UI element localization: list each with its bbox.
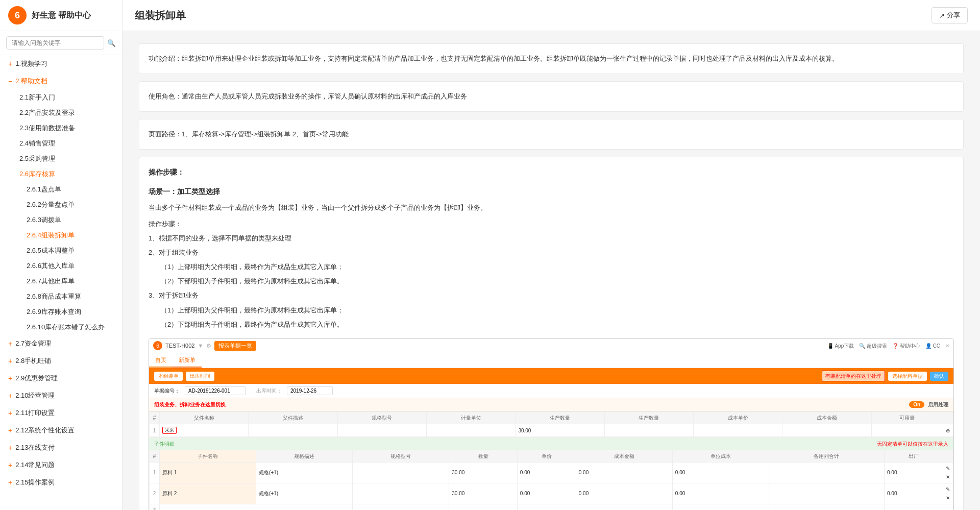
sc-on-badge: On [909, 401, 924, 408]
sc-topbar-id: TEST-H002 [165, 341, 194, 351]
sc-field-label-2: 出库时间： [256, 386, 282, 395]
sc-tab-home[interactable]: 自页 [149, 353, 173, 368]
sc-lcell-backup3 [769, 504, 884, 510]
sc-cell-spec [337, 424, 426, 436]
step2-1: （1）上部明细为父件明细，最终作为产成品生成其它入库单； [149, 261, 954, 273]
table-row: 2 原料 2 规格(+1) 30.00 0.00 0.00 0.00 0.00 [150, 483, 953, 504]
search-input[interactable] [6, 36, 104, 50]
sc-lth-spec: 规格型号 [353, 450, 449, 462]
sc-lth-spec-desc: 规格描述 [256, 450, 353, 462]
sc-btn-confirm[interactable]: 确认 [930, 372, 948, 381]
sc-lower-table: # 子件名称 规格描述 规格型号 数量 单价 成本金额 单位成本 备用列合计 出… [149, 450, 953, 510]
sidebar-item-2-14[interactable]: + 2.14常见问题 [0, 456, 122, 474]
sc-close-icon[interactable]: ✕ [945, 342, 949, 350]
share-button[interactable]: ↗ 分享 [932, 7, 968, 23]
ops-block: 操作步骤： 场景一：加工类型选择 当由多个子件材料组装成一个成品的业务为【组装】… [139, 157, 964, 510]
step3-2: （2）下部明细为子件明细，最终作为产成品生成其它入库单。 [149, 319, 954, 330]
sc-icon-app: 📱 App下载 [827, 342, 854, 350]
sc-lth-unit-cost: 单位成本 [672, 450, 769, 462]
sc-tab-bar: 自页 新新单 [149, 353, 953, 369]
sc-lcell-act2: ✎ ✕ [943, 483, 953, 504]
sc-icon-help: ❓ 帮助中心 [892, 342, 920, 350]
sc-cell-name-val: 米米 [162, 427, 177, 434]
sc-field-label-1: 单据编号： [154, 386, 180, 395]
sc-lcell-backup1 [769, 462, 884, 483]
minus-icon: − [8, 77, 12, 85]
intro-text: 功能介绍：组装拆卸单用来处理企业组装或拆卸等加工业务，支持有固定装配清单的产品加… [149, 53, 954, 64]
sidebar-item-2-13[interactable]: + 2.13在线支付 [0, 439, 122, 456]
sc-lcell-ucost2: 0.00 [672, 483, 769, 504]
table-row: 3 [150, 504, 953, 510]
sidebar-item-2-7[interactable]: + 2.7资金管理 [0, 335, 122, 352]
sidebar-sub-2-6-1[interactable]: 2.6.1盘点单 [0, 182, 122, 197]
sc-cell-cost-u [694, 424, 782, 436]
sidebar-item-2-11-label: 2.11打印设置 [15, 408, 55, 418]
plus-icon-2-12: + [8, 426, 12, 434]
share-label: 分享 [947, 11, 960, 20]
sidebar-item-2-10[interactable]: + 2.10经营管理 [0, 387, 122, 404]
sc-lcell-desc3 [256, 504, 353, 510]
sidebar-sub-2-6-5[interactable]: 2.6.5成本调整单 [0, 243, 122, 258]
sidebar-item-2-15[interactable]: + 2.15操作案例 [0, 474, 122, 491]
sc-lcell-factory3 [885, 504, 943, 510]
sidebar-item-2-9[interactable]: + 2.9优惠券管理 [0, 370, 122, 387]
sidebar-item-2-11[interactable]: + 2.11打印设置 [0, 404, 122, 422]
sc-lcell-name3 [160, 504, 256, 510]
role-block: 使用角色：通常由生产人员或库管人员完成拆装业务的操作，库管人员确认原材料的出库和… [139, 81, 964, 112]
plus-icon-2-9: + [8, 374, 12, 382]
search-button[interactable]: 🔍 [107, 39, 116, 47]
sidebar-sub-2-6-9[interactable]: 2.6.9库存账本查询 [0, 304, 122, 320]
sc-lth-qty: 数量 [449, 450, 518, 462]
sc-doc-number[interactable] [185, 386, 246, 395]
sc-th-actions [943, 412, 953, 424]
sc-lcell-factory2: 0.00 [885, 483, 943, 504]
sc-lcell-cost1: 0.00 [576, 462, 672, 483]
sidebar-item-videos[interactable]: + 1.视频学习 [0, 55, 122, 72]
sidebar-sub-2-1[interactable]: 2.1新手入门 [0, 90, 122, 105]
content-area: 功能介绍：组装拆卸单用来处理企业组装或拆卸等加工业务，支持有固定装配清单的产品加… [122, 31, 980, 510]
step2-2: （2）下部明细为子件明细，最终作为原材料生成其它出库单。 [149, 276, 954, 287]
sc-btn-config[interactable]: 选择配料单据 [888, 372, 927, 381]
sidebar-sub-2-6[interactable]: 2.6库存核算 [0, 166, 122, 182]
plus-icon: + [8, 60, 12, 68]
sc-date-field[interactable] [287, 386, 333, 395]
sidebar-sub-2-5[interactable]: 2.5采购管理 [0, 151, 122, 166]
sc-tab-new[interactable]: 新新单 [173, 353, 202, 368]
sc-cell-qty: 30.00 [516, 424, 604, 436]
sidebar-item-docs[interactable]: − 2.帮助文档 [0, 72, 122, 90]
logo: 6 [8, 6, 27, 25]
sc-btn-save[interactable]: 本组装单 [154, 372, 183, 381]
sc-lcell-qty1: 30.00 [449, 462, 518, 483]
sc-th-prod-qty2: 生产数量 [604, 412, 693, 424]
sc-th-prod-qty: 生产数量 [516, 412, 604, 424]
sidebar-sub-2-6-8[interactable]: 2.6.8商品成本重算 [0, 289, 122, 304]
sidebar-sub-2-6-6[interactable]: 2.6.6其他入库单 [0, 258, 122, 274]
sidebar-sub-2-6-3[interactable]: 2.6.3调拨单 [0, 212, 122, 228]
sidebar-sub-2-6-4[interactable]: 2.6.4组装拆卸单 [0, 228, 122, 243]
sc-cell-unit [427, 424, 516, 436]
step2: 2、对于组装业务 [149, 247, 954, 258]
plus-icon-2-7: + [8, 339, 12, 348]
step1: 1、根据不同的业务，选择不同单据的类型来处理 [149, 233, 954, 244]
sidebar-item-docs-label: 2.帮助文档 [15, 77, 47, 86]
sc-btn-export[interactable]: 出库时间 [186, 372, 214, 381]
intro-block: 功能介绍：组装拆卸单用来处理企业组装或拆卸等加工业务，支持有固定装配清单的产品加… [139, 43, 964, 74]
sidebar-item-2-12[interactable]: + 2.12系统个性化设置 [0, 422, 122, 439]
sidebar-sub-2-3[interactable]: 2.3使用前数据准备 [0, 120, 122, 136]
sc-lth-factory: 出厂 [885, 450, 943, 462]
step3-1: （1）上部明细为父件明细，最终作为原材料生成其它出库单； [149, 305, 954, 316]
table-row: 1 米米 30.00 [150, 424, 953, 436]
table-row: 1 原料 1 规格(+1) 30.00 0.00 0.00 0.00 0.00 [150, 462, 953, 483]
sidebar-item-videos-label: 1.视频学习 [15, 59, 47, 68]
sidebar-sub-2-4[interactable]: 2.4销售管理 [0, 136, 122, 151]
sc-lcell-qty3 [449, 504, 518, 510]
sidebar-item-2-8[interactable]: + 2.8手机旺铺 [0, 352, 122, 370]
sidebar-sub-2-6-7[interactable]: 2.6.7其他出库单 [0, 274, 122, 289]
sidebar-sub-2-6-2[interactable]: 2.6.2分量盘点单 [0, 197, 122, 212]
sidebar-sub-2-6-10[interactable]: 2.6.10库存账本错了怎么办 [0, 320, 122, 335]
sc-icon-cc: 👤 CC [925, 342, 940, 350]
sc-row-num: 1 [150, 424, 160, 436]
sidebar-sub-2-2[interactable]: 2.2产品安装及登录 [0, 105, 122, 120]
sc-annotation3: On 启用处理 [909, 400, 948, 409]
sc-topbar-btn[interactable]: 报表单据一览 [214, 341, 256, 351]
